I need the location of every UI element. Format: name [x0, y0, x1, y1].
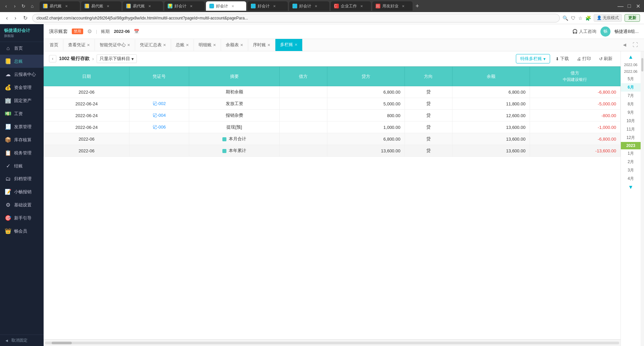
- back-nav-button[interactable]: ‹: [4, 14, 10, 22]
- tab-close-balance[interactable]: ✕: [240, 43, 243, 47]
- expand-tab-button[interactable]: ⛶: [631, 41, 640, 49]
- sidebar-item-close[interactable]: ✓ 结账: [0, 159, 44, 172]
- browser-tab-9[interactable]: 用 用友好业 ✕: [372, 1, 413, 11]
- sidebar-item-inventory[interactable]: 📦 库存核算: [0, 133, 44, 146]
- horizontal-scrollbar[interactable]: [44, 339, 621, 346]
- prev-account-button[interactable]: ‹: [49, 55, 56, 62]
- search-icon[interactable]: 🔍: [562, 15, 568, 21]
- browser-tab-6[interactable]: 🌐 好会计 ✕: [248, 1, 288, 11]
- tab-close-9[interactable]: ✕: [402, 4, 405, 8]
- sidebar-item-home[interactable]: ⌂ 首页: [0, 42, 44, 55]
- sidebar-item-expense[interactable]: 📝 小畅报销: [0, 185, 44, 198]
- close-window-button[interactable]: ✕: [635, 3, 641, 9]
- sidebar-item-salary[interactable]: 💵 工资: [0, 107, 44, 120]
- right-panel-month-3-2023[interactable]: 3月: [621, 166, 641, 175]
- tab-multi-col[interactable]: 多栏账 ✕: [275, 39, 303, 51]
- browser-tab-4[interactable]: 💡 好会计 ✕: [164, 1, 205, 11]
- right-panel-month-11[interactable]: 11月: [621, 125, 641, 134]
- right-panel-month-6[interactable]: 6月: [621, 83, 641, 92]
- tab-smart-voucher[interactable]: 智能凭证中心 ✕: [95, 39, 135, 51]
- tab-close-2[interactable]: ✕: [107, 4, 109, 8]
- tab-general-ledger[interactable]: 总账 ✕: [171, 39, 194, 51]
- right-panel-month-9[interactable]: 9月: [621, 108, 641, 117]
- tab-close-voucher-summary[interactable]: ✕: [163, 43, 166, 47]
- sidebar-item-tax[interactable]: 📋 税务管理: [0, 146, 44, 159]
- tab-close-3[interactable]: ✕: [148, 4, 151, 8]
- sidebar-item-invoice[interactable]: 🧾 发票管理: [0, 120, 44, 133]
- wuhen-mode-button[interactable]: 👤 无痕模式: [594, 14, 622, 22]
- tab-close-general-ledger[interactable]: ✕: [186, 43, 189, 47]
- tab-close-7[interactable]: ✕: [315, 4, 317, 8]
- new-tab-button[interactable]: +: [414, 3, 421, 9]
- browser-tab-1[interactable]: 📒 易代账 ✕: [40, 1, 80, 11]
- service-button[interactable]: 🎧 人工咨询: [572, 29, 596, 35]
- tab-close-smart-voucher[interactable]: ✕: [127, 43, 130, 47]
- right-panel-month-7[interactable]: 7月: [621, 92, 641, 100]
- sidebar-item-finance[interactable]: 💰 资金管理: [0, 81, 44, 94]
- download-button[interactable]: ⬇ 下载: [553, 54, 572, 63]
- calendar-icon[interactable]: 📅: [134, 29, 139, 34]
- print-button[interactable]: 🖨 打印: [574, 54, 594, 63]
- sidebar-item-member[interactable]: 👑 畅会员: [0, 225, 44, 238]
- sidebar-item-assets[interactable]: 🏢 固定资产: [0, 94, 44, 107]
- forward-nav-button[interactable]: ›: [12, 14, 18, 22]
- tab-close-8[interactable]: ✕: [360, 4, 363, 8]
- scrollbar-thumb[interactable]: [641, 58, 643, 71]
- account-badge[interactable]: 禁用: [72, 29, 83, 34]
- multi-col-button[interactable]: 特殊多栏账 ▾: [516, 54, 550, 63]
- tab-balance[interactable]: 余额表 ✕: [221, 39, 248, 51]
- right-panel-month-5[interactable]: 5月: [621, 75, 641, 83]
- forward-button[interactable]: ›: [11, 3, 18, 9]
- update-button[interactable]: 更新: [625, 14, 640, 22]
- tab-close-sequence[interactable]: ✕: [267, 43, 270, 47]
- sidebar-item-guide[interactable]: 🎯 新手引导: [0, 211, 44, 225]
- right-panel-month-4-2023[interactable]: 4月: [621, 175, 641, 183]
- scroll-track[interactable]: [45, 342, 619, 344]
- tab-home[interactable]: 首页: [45, 39, 63, 51]
- back-button[interactable]: ‹: [3, 3, 9, 9]
- sidebar-item-settings[interactable]: ⚙ 基础设置: [0, 198, 44, 211]
- browser-tab-3[interactable]: 📒 易代账 ✕: [123, 1, 163, 11]
- maximize-button[interactable]: □: [626, 3, 633, 9]
- tab-close-detail-ledger[interactable]: ✕: [213, 43, 216, 47]
- minimize-button[interactable]: —: [617, 3, 624, 9]
- user-avatar[interactable]: 畅: [600, 27, 610, 37]
- tab-close-4[interactable]: ✕: [190, 4, 193, 8]
- filter-select[interactable]: 只显示下级科目 ▾: [97, 54, 137, 63]
- tab-view-voucher[interactable]: 查看凭证 ✕: [63, 39, 95, 51]
- url-input[interactable]: [32, 14, 560, 22]
- sidebar-item-report[interactable]: ☁ 云报表中心: [0, 68, 44, 81]
- browser-tab-7[interactable]: 🌐 好会计 ✕: [289, 1, 329, 11]
- username[interactable]: 畅捷通B组...: [614, 29, 639, 35]
- tab-close-1[interactable]: ✕: [65, 4, 68, 8]
- star-icon[interactable]: ☆: [578, 15, 583, 21]
- collapse-tab-button[interactable]: ◄: [620, 41, 629, 49]
- browser-tab-2[interactable]: 📒 易代账 ✕: [81, 1, 121, 11]
- tab-close-view-voucher[interactable]: ✕: [87, 43, 90, 47]
- tab-voucher-summary[interactable]: 凭证汇总表 ✕: [135, 39, 171, 51]
- tab-close-multi-col[interactable]: ✕: [294, 43, 298, 47]
- cell-voucher-3[interactable]: 记-006: [129, 121, 189, 133]
- settings-gear-icon[interactable]: ⚙: [87, 28, 92, 35]
- right-panel-month-12[interactable]: 12月: [621, 134, 641, 142]
- next-account-icon[interactable]: ›: [92, 56, 94, 61]
- extension-icon[interactable]: 🧩: [585, 15, 591, 21]
- shield-icon[interactable]: 🛡: [571, 15, 576, 21]
- sidebar-scrollbar[interactable]: [641, 51, 644, 346]
- browser-tab-8[interactable]: C 企业工作 ✕: [331, 1, 371, 11]
- reload-nav-button[interactable]: ↻: [21, 14, 30, 22]
- scroll-down-arrow[interactable]: ▼: [627, 183, 635, 192]
- reload-button[interactable]: ↻: [20, 3, 27, 9]
- home-button[interactable]: ⌂: [29, 3, 36, 9]
- ledger-table-container[interactable]: 日期 凭证号 摘要 借方 贷方 方向 余额 借方 中国建: [44, 66, 621, 339]
- right-panel-month-10[interactable]: 10月: [621, 117, 641, 125]
- right-panel-month-1-2023[interactable]: 1月: [621, 149, 641, 158]
- sidebar-item-archive[interactable]: 🗂 归档管理: [0, 172, 44, 185]
- browser-tab-5[interactable]: 🌐 好会计 ✕: [206, 1, 246, 11]
- browser-window-controls[interactable]: ‹ › ↻ ⌂: [3, 3, 36, 9]
- right-panel-month-8[interactable]: 8月: [621, 100, 641, 108]
- right-panel-year-2022-2[interactable]: 2022.06: [621, 68, 641, 75]
- scroll-up-arrow[interactable]: ▲: [627, 53, 635, 61]
- tab-close-6[interactable]: ✕: [273, 4, 276, 8]
- scroll-thumb[interactable]: [52, 342, 72, 344]
